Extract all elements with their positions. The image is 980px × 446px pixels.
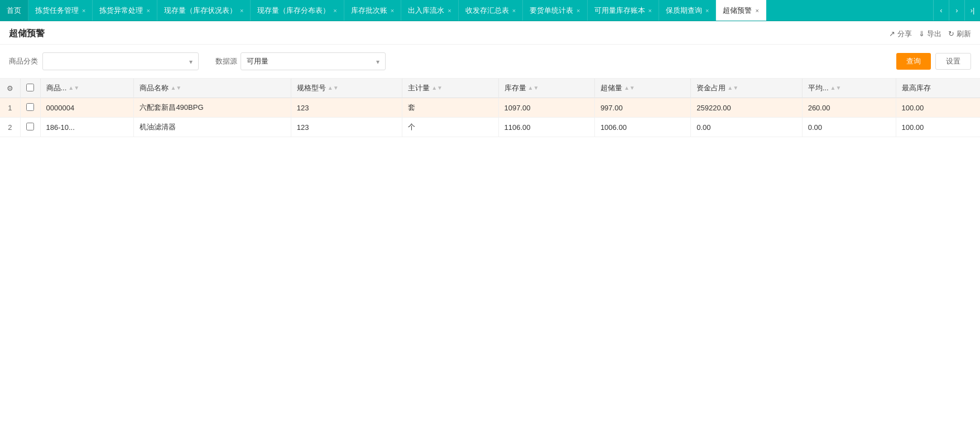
col-stock[interactable]: 库存量 ▲▼ bbox=[498, 79, 594, 98]
page-header: 超储预警 ↗ 分享 ⇓ 导出 ↻ 刷新 bbox=[0, 21, 980, 45]
nav-expiry[interactable]: 保质期查询 × bbox=[659, 0, 716, 21]
datasource-filter: 数据源 可用量 bbox=[215, 52, 386, 70]
close-stock-status[interactable]: × bbox=[240, 7, 243, 14]
refresh-button[interactable]: ↻ 刷新 bbox=[948, 29, 971, 39]
share-icon: ↗ bbox=[889, 30, 895, 38]
sort-unit-icon: ▲▼ bbox=[431, 85, 443, 91]
row-checkbox[interactable] bbox=[26, 103, 34, 111]
row-overstock: 1006.00 bbox=[594, 118, 690, 137]
datasource-value: 可用量 bbox=[247, 56, 268, 66]
nav-next-btn[interactable]: › bbox=[949, 0, 964, 21]
close-inout-flow[interactable]: × bbox=[448, 7, 451, 14]
row-num: 1 bbox=[0, 98, 20, 118]
nav-available-stock[interactable]: 可用量库存账本 × bbox=[588, 0, 659, 21]
nav-inout-flow[interactable]: 出入库流水 × bbox=[401, 0, 458, 21]
col-spec[interactable]: 规格型号 ▲▼ bbox=[291, 79, 402, 98]
sort-product-name-icon: ▲▼ bbox=[170, 85, 181, 91]
category-filter: 商品分类 bbox=[9, 52, 199, 70]
data-table: ⚙ 商品... ▲▼ 商品名称 ▲▼ bbox=[0, 79, 980, 137]
nav-pick-task[interactable]: 拣货任务管理 × bbox=[28, 0, 93, 21]
nav-summary[interactable]: 收发存汇总表 × bbox=[459, 0, 523, 21]
filter-actions: 查询 设置 bbox=[896, 53, 971, 70]
nav-pick-exception[interactable]: 拣货异常处理 × bbox=[93, 0, 157, 21]
page-content: 超储预警 ↗ 分享 ⇓ 导出 ↻ 刷新 商品分类 数据源 bbox=[0, 21, 980, 446]
share-button[interactable]: ↗ 分享 bbox=[889, 29, 912, 39]
nav-stock-status[interactable]: 现存量（库存状况表） × bbox=[157, 0, 251, 21]
sort-spec-icon: ▲▼ bbox=[328, 85, 339, 91]
row-stock: 1106.00 bbox=[498, 118, 594, 137]
nav-batch-account[interactable]: 库存批次账 × bbox=[344, 0, 401, 21]
nav-prev-btn[interactable]: ‹ bbox=[933, 0, 949, 21]
close-overstock[interactable]: × bbox=[755, 7, 758, 14]
col-overstock[interactable]: 超储量 ▲▼ bbox=[594, 79, 690, 98]
page-title: 超储预警 bbox=[9, 28, 45, 40]
sort-overstock-icon: ▲▼ bbox=[624, 85, 635, 91]
col-checkbox bbox=[20, 79, 40, 98]
top-nav: 首页 拣货任务管理 × 拣货异常处理 × 现存量（库存状况表） × 现存量（库存… bbox=[0, 0, 980, 21]
table-row: 1 0000004 六配套新昌490BPG 123 套 1097.00 997.… bbox=[0, 98, 980, 118]
sort-avg-icon: ▲▼ bbox=[830, 85, 842, 91]
row-max-stock: 100.00 bbox=[896, 118, 980, 137]
sort-capital-icon: ▲▼ bbox=[727, 85, 738, 91]
filter-area: 商品分类 数据源 可用量 查询 设置 bbox=[0, 45, 980, 79]
datasource-chevron-icon bbox=[376, 57, 379, 66]
close-order-stats[interactable]: × bbox=[577, 7, 580, 14]
datasource-label: 数据源 bbox=[215, 56, 237, 66]
row-overstock: 997.00 bbox=[594, 98, 690, 118]
row-avg: 260.00 bbox=[802, 98, 896, 118]
row-avg: 0.00 bbox=[802, 118, 896, 137]
category-chevron-icon bbox=[189, 57, 193, 66]
nav-home[interactable]: 首页 bbox=[0, 0, 28, 21]
row-capital: 0.00 bbox=[691, 118, 802, 137]
row-product-code: 186-10... bbox=[40, 118, 134, 137]
row-checkbox-cell bbox=[20, 118, 40, 137]
col-avg[interactable]: 平均... ▲▼ bbox=[802, 79, 896, 98]
col-capital[interactable]: 资金占用 ▲▼ bbox=[691, 79, 802, 98]
row-num: 2 bbox=[0, 118, 20, 137]
col-product-code[interactable]: 商品... ▲▼ bbox=[40, 79, 134, 98]
col-max-stock: 最高库存 bbox=[896, 79, 980, 98]
category-label: 商品分类 bbox=[9, 56, 38, 66]
nav-arrows: ‹ › ›| bbox=[933, 0, 980, 21]
row-unit: 个 bbox=[402, 118, 498, 137]
row-spec: 123 bbox=[291, 118, 402, 137]
row-product-name: 机油滤清器 bbox=[134, 118, 291, 137]
table-wrap: ⚙ 商品... ▲▼ 商品名称 ▲▼ bbox=[0, 79, 980, 137]
col-unit[interactable]: 主计量 ▲▼ bbox=[402, 79, 498, 98]
close-batch-account[interactable]: × bbox=[391, 7, 394, 14]
table-row: 2 186-10... 机油滤清器 123 个 1106.00 1006.00 … bbox=[0, 118, 980, 137]
row-capital: 259220.00 bbox=[691, 98, 802, 118]
close-pick-task[interactable]: × bbox=[82, 7, 85, 14]
row-checkbox-cell bbox=[20, 98, 40, 118]
row-stock: 1097.00 bbox=[498, 98, 594, 118]
row-product-name: 六配套新昌490BPG bbox=[134, 98, 291, 118]
query-button[interactable]: 查询 bbox=[896, 53, 931, 70]
close-summary[interactable]: × bbox=[512, 7, 516, 14]
close-available-stock[interactable]: × bbox=[648, 7, 652, 14]
select-all-checkbox[interactable] bbox=[26, 84, 34, 91]
refresh-icon: ↻ bbox=[948, 30, 954, 38]
export-button[interactable]: ⇓ 导出 bbox=[919, 29, 941, 39]
col-settings[interactable]: ⚙ bbox=[0, 79, 20, 98]
nav-order-stats[interactable]: 要货单统计表 × bbox=[523, 0, 587, 21]
close-pick-exception[interactable]: × bbox=[146, 7, 150, 14]
nav-overstock[interactable]: 超储预警 × bbox=[716, 0, 766, 21]
close-stock-dist[interactable]: × bbox=[333, 7, 337, 14]
row-spec: 123 bbox=[291, 98, 402, 118]
category-select[interactable] bbox=[42, 52, 199, 70]
datasource-select[interactable]: 可用量 bbox=[241, 52, 386, 70]
row-max-stock: 100.00 bbox=[896, 98, 980, 118]
row-checkbox[interactable] bbox=[26, 123, 34, 130]
sort-product-code-icon: ▲▼ bbox=[68, 85, 79, 91]
close-expiry[interactable]: × bbox=[705, 7, 709, 14]
header-actions: ↗ 分享 ⇓ 导出 ↻ 刷新 bbox=[889, 29, 971, 39]
sort-stock-icon: ▲▼ bbox=[528, 85, 539, 91]
row-product-code: 0000004 bbox=[40, 98, 134, 118]
row-unit: 套 bbox=[402, 98, 498, 118]
table-header-row: ⚙ 商品... ▲▼ 商品名称 ▲▼ bbox=[0, 79, 980, 98]
nav-stock-dist[interactable]: 现存量（库存分布表） × bbox=[251, 0, 344, 21]
nav-more-btn[interactable]: ›| bbox=[964, 0, 980, 21]
export-icon: ⇓ bbox=[919, 30, 925, 38]
settings-button[interactable]: 设置 bbox=[935, 53, 971, 70]
col-product-name[interactable]: 商品名称 ▲▼ bbox=[134, 79, 291, 98]
